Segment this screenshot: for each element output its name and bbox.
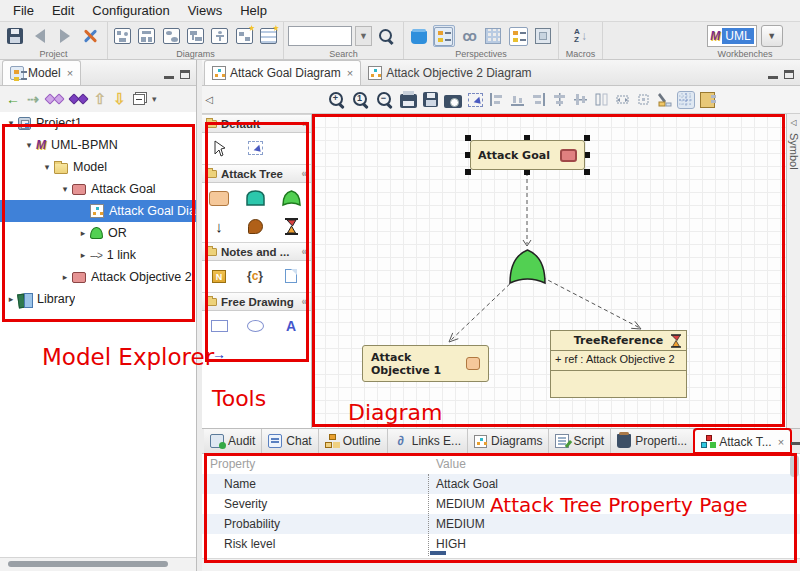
menu-help[interactable]: Help <box>231 1 276 20</box>
horizontal-scrollbar[interactable] <box>202 558 800 571</box>
tree-item-attack-objective-2[interactable]: ▸Attack Objective 2 <box>0 266 196 288</box>
diagram-canvas[interactable]: Attack Goal Attack Objective 1 TreeRefer… <box>312 114 786 428</box>
close-icon[interactable]: × <box>67 67 73 79</box>
tab-attack-tree[interactable]: Attack T...× <box>694 429 791 453</box>
nav-back-icon[interactable]: ← <box>6 91 20 107</box>
tree-item-1-link[interactable]: ▸--->1 link <box>0 244 196 266</box>
snap-grid-icon[interactable] <box>678 92 694 108</box>
menu-configuration[interactable]: Configuration <box>83 1 178 20</box>
nav-forward-icon[interactable]: ⇢ <box>27 91 39 107</box>
collapse-all-icon[interactable] <box>133 94 145 105</box>
select-zone-icon[interactable] <box>468 93 483 107</box>
table-row-severity[interactable]: Severity MEDIUM <box>202 494 800 514</box>
move-down-icon[interactable]: ⇩ <box>113 90 126 108</box>
marquee-zoom-tool[interactable] <box>244 138 266 158</box>
note-tool[interactable]: N <box>208 266 230 286</box>
column-divider[interactable] <box>428 474 429 556</box>
align-bottom-icon[interactable] <box>510 92 525 107</box>
tree-item-attack-goal[interactable]: ▾Attack Goal <box>0 178 196 200</box>
and-gate-tool[interactable] <box>244 188 266 208</box>
palette-section-attack-tree[interactable]: Attack Tree « <box>202 164 311 183</box>
minimize-icon[interactable] <box>791 436 800 445</box>
menu-edit[interactable]: Edit <box>43 1 83 20</box>
text-tool[interactable]: A <box>280 316 302 336</box>
or-gate-node[interactable] <box>510 250 545 283</box>
undo-icon[interactable] <box>29 25 51 47</box>
attack-step-tool[interactable] <box>244 216 266 236</box>
maximize-icon[interactable] <box>180 70 190 79</box>
tab-links-editor[interactable]: ∂Links E... <box>388 429 468 453</box>
grid-icon[interactable] <box>483 25 505 47</box>
tree-reference-node[interactable]: TreeReference + ref : Attack Objective 2 <box>550 330 687 398</box>
tab-script[interactable]: Script <box>549 429 611 453</box>
symbol-side-tab[interactable]: ◁ Symbol <box>786 114 800 428</box>
tree-item-library[interactable]: ▸Library <box>0 288 196 310</box>
class-diagram-icon[interactable] <box>112 25 133 47</box>
selection-cursor-tool[interactable] <box>208 138 230 158</box>
zoom-out-icon[interactable]: − <box>376 91 394 109</box>
attack-objective-1-node[interactable]: Attack Objective 1 <box>362 345 489 382</box>
align-left-icon[interactable] <box>489 92 504 107</box>
expander-icon[interactable]: ▾ <box>4 118 18 128</box>
tab-chat[interactable]: Chat <box>262 429 318 453</box>
document-tool[interactable] <box>280 266 302 286</box>
minimize-icon[interactable] <box>164 70 174 79</box>
move-up-icon[interactable]: ⇧ <box>94 90 107 108</box>
new-matrix-icon[interactable] <box>258 25 279 47</box>
center-horizontally-icon[interactable] <box>573 92 588 107</box>
close-icon[interactable]: × <box>347 67 353 79</box>
minimize-icon[interactable] <box>768 70 778 79</box>
zoom-in-icon[interactable]: + <box>328 91 346 109</box>
form-icon[interactable] <box>507 25 529 47</box>
pin-icon[interactable]: « <box>301 296 307 307</box>
expander-icon[interactable]: ▾ <box>40 162 54 172</box>
search-icon[interactable] <box>375 25 397 47</box>
sort-az-icon[interactable]: AZ↓ <box>570 25 592 47</box>
expander-icon[interactable]: ▾ <box>22 140 36 150</box>
tab-diagrams[interactable]: Diagrams <box>468 429 549 453</box>
table-row-probability[interactable]: Probability MEDIUM <box>202 514 800 534</box>
palette-section-free-drawing[interactable]: Free Drawing « <box>202 292 311 311</box>
actor-diagram-icon[interactable] <box>209 25 230 47</box>
or-gate-tool[interactable] <box>280 188 302 208</box>
workbench-dropdown-icon[interactable]: ▼ <box>761 25 783 47</box>
related-dark-icon[interactable] <box>70 95 87 103</box>
align-right-icon[interactable] <box>531 92 546 107</box>
print-icon[interactable] <box>400 94 417 108</box>
zoom-original-icon[interactable]: 1 <box>352 91 370 109</box>
screenshot-icon[interactable] <box>444 95 462 108</box>
table-row-risk-level[interactable]: Risk level HIGH <box>202 534 800 554</box>
tab-attack-objective-2-diagram[interactable]: Attack Objective 2 Diagram <box>361 60 538 85</box>
table-row-name[interactable]: Name Attack Goal <box>202 474 800 494</box>
expander-icon[interactable]: ▾ <box>58 184 72 194</box>
column-header-property[interactable]: Property <box>202 457 428 471</box>
tree-item-or[interactable]: ▸OR <box>0 222 196 244</box>
center-vertically-icon[interactable] <box>552 92 567 107</box>
tree-reference-tool[interactable] <box>280 216 302 236</box>
menu-views[interactable]: Views <box>179 1 231 20</box>
expander-icon[interactable]: ▸ <box>76 250 90 260</box>
attack-goal-node[interactable]: Attack Goal <box>470 140 585 170</box>
dropdown-icon[interactable]: ▼ <box>355 26 372 46</box>
tab-audit[interactable]: Audit <box>204 429 262 453</box>
tab-attack-goal-diagram[interactable]: Attack Goal Diagram × <box>204 60 361 85</box>
maximize-icon[interactable] <box>784 70 794 79</box>
scrollbar-thumb[interactable] <box>430 551 446 555</box>
configure-icon[interactable] <box>79 25 101 47</box>
new-diagram-icon[interactable] <box>233 25 254 47</box>
related-light-icon[interactable] <box>46 95 63 103</box>
search-input[interactable] <box>288 26 352 46</box>
same-height-icon[interactable] <box>594 92 609 107</box>
pin-icon[interactable]: « <box>301 246 307 257</box>
redo-icon[interactable] <box>54 25 76 47</box>
workbench-selector[interactable]: M UML <box>707 25 756 47</box>
line-tool[interactable]: → <box>208 344 230 364</box>
attack-node-tool[interactable] <box>208 188 230 208</box>
menu-caret-icon[interactable]: ▾ <box>152 94 157 104</box>
format-painter-icon[interactable] <box>657 92 672 107</box>
overview-icon[interactable] <box>700 92 715 108</box>
expander-icon[interactable]: ▸ <box>58 272 72 282</box>
menu-file[interactable]: File <box>4 1 43 20</box>
links-icon[interactable]: co <box>458 25 480 47</box>
pin-icon[interactable]: « <box>301 168 307 179</box>
